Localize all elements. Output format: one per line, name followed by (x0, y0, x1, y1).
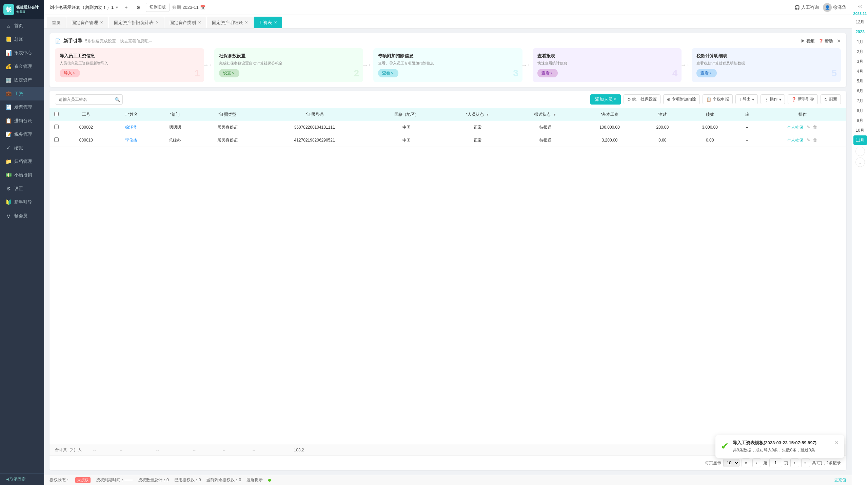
tab-close-icon[interactable]: ✕ (100, 20, 103, 25)
row-checkbox-cell[interactable] (50, 121, 63, 134)
next-page-btn[interactable]: › (790, 459, 799, 467)
sidebar-item-新手引导[interactable]: 🔰新手引导 (0, 195, 44, 209)
panel-month-4[interactable]: 4月 (853, 67, 867, 76)
topbar: 刘小艳演示账套（勿删勿动！）1 ▼ ＋ ⚙ 切到旧版 账期 2023-11 📅 … (44, 0, 852, 15)
tab-固定资产类别[interactable]: 固定资产类别✕ (164, 17, 206, 28)
user-menu[interactable]: 👤 徐泽华 (823, 3, 846, 12)
panel-down-btn[interactable]: ↓ (855, 157, 865, 167)
tab-close-icon[interactable]: ✕ (156, 20, 159, 25)
calendar-icon[interactable]: 📅 (200, 5, 205, 10)
last-page-btn[interactable]: » (801, 459, 810, 467)
panel-month-11[interactable]: 11月 (853, 135, 867, 145)
op-social-link[interactable]: 个人社保 (787, 125, 803, 130)
add-person-btn[interactable]: 添加人员 ▾ (590, 94, 621, 105)
select-all-checkbox[interactable] (54, 112, 59, 116)
sidebar-item-资金管理[interactable]: 💰资金管理 (0, 60, 44, 73)
prev-page-btn[interactable]: ‹ (752, 459, 761, 467)
refresh-btn[interactable]: ↻ 刷新 (821, 94, 841, 104)
guide-subtitle: 5步快速完成设置，快去完善信息吧～ (85, 38, 153, 44)
sidebar-item-发票管理[interactable]: 🧾发票管理 (0, 100, 44, 114)
op-delete-icon[interactable]: 🗑 (813, 137, 817, 143)
row-name[interactable]: 李俊杰 (109, 134, 154, 147)
row-name[interactable]: 徐泽华 (109, 121, 154, 134)
service-btn[interactable]: 🎧 人工咨询 (794, 4, 819, 11)
op-social-link[interactable]: 个人社保 (787, 138, 803, 143)
guide-step-btn-2[interactable]: 查看＞ (378, 69, 398, 77)
panel-month-8[interactable]: 8月 (853, 106, 867, 115)
op-edit-icon[interactable]: ✎ (807, 125, 810, 130)
panel-month-6[interactable]: 6月 (853, 86, 867, 96)
row-checkbox-cell[interactable] (50, 134, 63, 147)
account-selector[interactable]: 刘小艳演示账套（勿删勿动！）1 ▼ (50, 4, 119, 11)
col-status[interactable]: *人员状态 ▼ (443, 108, 513, 121)
col-name[interactable]: ↕ *姓名 (109, 108, 154, 121)
panel-month-5[interactable]: 5月 (853, 76, 867, 86)
panel-month-7[interactable]: 7月 (853, 96, 867, 106)
tab-工资表[interactable]: 工资表✕ (254, 17, 282, 28)
tab-close-icon[interactable]: ✕ (274, 20, 277, 25)
select-all-cell[interactable] (50, 108, 63, 121)
row-base-salary: 100,000.00 (578, 121, 641, 134)
guide-close-btn[interactable]: ✕ (837, 38, 841, 44)
special-deduction-btn[interactable]: ⊕ 专项附加扣除 (663, 94, 700, 104)
go-recharge-btn[interactable]: 去充值 (834, 477, 846, 483)
social-insurance-btn[interactable]: ⚙ 统一社保设置 (624, 94, 660, 104)
op-edit-icon[interactable]: ✎ (807, 137, 810, 143)
sidebar-item-报表中心[interactable]: 📊报表中心 (0, 46, 44, 60)
sidebar-bottom[interactable]: ◄取消固定 (0, 473, 44, 485)
sidebar-item-固定资产[interactable]: 🏢固定资产 (0, 73, 44, 87)
tab-close-icon[interactable]: ✕ (245, 20, 248, 25)
page-size-select[interactable]: 10 20 50 (723, 459, 739, 467)
sidebar-item-label: 归档管理 (14, 158, 32, 165)
sidebar-item-归档管理[interactable]: 📁归档管理 (0, 155, 44, 168)
sidebar-item-结账[interactable]: ✓结账 (0, 141, 44, 155)
notification-close-btn[interactable]: ✕ (835, 440, 839, 445)
video-btn[interactable]: ▶ 视频 (801, 38, 814, 44)
panel-month-9[interactable]: 9月 (853, 116, 867, 125)
panel-expand-btn[interactable]: ≪ (856, 3, 864, 10)
export-btn[interactable]: ↑ 导出 ▾ (735, 94, 758, 104)
search-input[interactable] (55, 94, 123, 105)
used-auth: 已用授权数：0 (174, 477, 201, 483)
sidebar-item-小畅报销[interactable]: 💵小畅报销 (0, 168, 44, 182)
panel-month-1[interactable]: 1月 (853, 37, 867, 46)
tab-固定资产明细账[interactable]: 固定资产明细账✕ (207, 17, 253, 28)
page-input[interactable] (769, 459, 782, 467)
guide-step-btn-1[interactable]: 设置＞ (219, 69, 239, 77)
sidebar-item-进销台账[interactable]: 📋进销台账 (0, 114, 44, 128)
first-page-btn[interactable]: « (742, 459, 750, 467)
guide-step-btn-4[interactable]: 查看＞ (696, 69, 717, 77)
tab-close-icon[interactable]: ✕ (198, 20, 201, 25)
row-checkbox[interactable] (54, 137, 59, 142)
tax-report-btn[interactable]: 📋 个税申报 (703, 94, 733, 104)
panel-month-12[interactable]: 12月 (853, 17, 867, 27)
col-send-status[interactable]: 报送状态 ▼ (512, 108, 578, 121)
row-dept: 总经办 (154, 134, 196, 147)
sidebar-item-畅会员[interactable]: V畅会员 (0, 209, 44, 223)
settings-icon[interactable]: ⚙ (134, 3, 143, 12)
op-delete-icon[interactable]: 🗑 (813, 125, 817, 130)
sidebar-item-icon: 📝 (5, 131, 12, 137)
switch-version-btn[interactable]: 切到旧版 (146, 3, 170, 12)
new-guide-btn[interactable]: ❓ 新手引导 (788, 94, 818, 104)
tab-固定资产管理[interactable]: 固定资产管理✕ (66, 17, 108, 28)
row-checkbox[interactable] (54, 125, 59, 129)
guide-title: 新手引导 (63, 38, 82, 44)
guide-step-btn-0[interactable]: 导入＞ (60, 69, 80, 77)
sidebar-item-总账[interactable]: 📒总账 (0, 33, 44, 46)
tab-首页[interactable]: 首页 (47, 17, 66, 28)
panel-month-10[interactable]: 10月 (853, 126, 867, 135)
tab-固定资产折旧统计表[interactable]: 固定资产折旧统计表✕ (109, 17, 164, 28)
panel-up-btn[interactable]: ↑ (855, 147, 865, 156)
guide-step-btn-3[interactable]: 查看＞ (537, 69, 558, 77)
sidebar-item-工资[interactable]: 💼工资 (0, 87, 44, 100)
panel-month-3[interactable]: 3月 (853, 57, 867, 66)
sidebar-item-税务管理[interactable]: 📝税务管理 (0, 128, 44, 141)
help-btn[interactable]: ❓ 帮助 (818, 38, 833, 44)
operation-btn[interactable]: ⋮ 操作 ▾ (761, 94, 785, 104)
add-account-btn[interactable]: ＋ (121, 3, 131, 12)
sidebar-item-设置[interactable]: ⚙设置 (0, 182, 44, 195)
panel-month-year[interactable]: 2023 (853, 27, 867, 37)
sidebar-item-首页[interactable]: ⌂首页 (0, 19, 44, 33)
panel-month-2[interactable]: 2月 (853, 47, 867, 56)
